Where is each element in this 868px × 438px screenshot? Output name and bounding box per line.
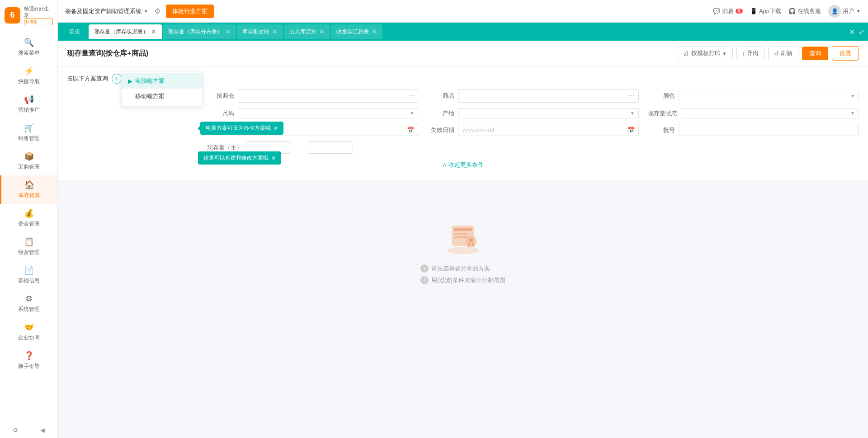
messages-item[interactable]: 💬 消息 6 bbox=[713, 7, 743, 15]
app-badge: 标准版 bbox=[24, 19, 53, 25]
sidebar-item-sales[interactable]: 🛒 销售管理 bbox=[0, 118, 57, 147]
print-btn[interactable]: 🖨 按模板打印 ▼ bbox=[678, 47, 733, 60]
sidebar-item-guide[interactable]: ❓ 新手引导 bbox=[0, 346, 57, 375]
label-stock-status: 现存量状态 bbox=[648, 109, 677, 118]
sidebar-item-basic[interactable]: 📄 基础信息 bbox=[0, 261, 57, 289]
purchase-icon: 📦 bbox=[24, 151, 34, 161]
scheme-item-mobile[interactable]: ▶ 移动端方案 bbox=[122, 89, 202, 104]
close-tab-batch-ledger[interactable]: ✕ bbox=[272, 28, 278, 35]
page-title: 现存量查询(按仓库+商品) bbox=[67, 49, 148, 58]
close-tab-inventory-dist[interactable]: ✕ bbox=[225, 28, 231, 35]
filter-row-stock-status: 现存量状态 ▼ bbox=[648, 108, 859, 118]
sidebar-item-search[interactable]: 🔍 搜索菜单 bbox=[0, 33, 57, 61]
basic-icon: 📄 bbox=[24, 265, 34, 275]
calendar-exp-icon[interactable]: 📅 bbox=[627, 127, 635, 133]
sidebar-item-system[interactable]: ⚙ 系统管理 bbox=[0, 289, 57, 318]
marketing-icon: 📢 bbox=[24, 94, 34, 104]
calendar-prod-icon[interactable]: 📅 bbox=[407, 127, 414, 133]
sidebar-label-basic: 基础信息 bbox=[18, 277, 40, 285]
close-tab-collect-summary[interactable]: ✕ bbox=[372, 28, 377, 35]
close-tooltip-pc-btn[interactable]: ✕ bbox=[274, 125, 278, 132]
tab-collect-summary[interactable]: 收发存汇总表 ✕ bbox=[331, 24, 382, 39]
label-size: 尺码 bbox=[207, 109, 234, 118]
system-title-selector[interactable]: 装备及固定资产辅助管理系统 ▼ bbox=[65, 7, 149, 15]
settings-bottom-icon[interactable]: ⚙ bbox=[13, 427, 18, 433]
scheme-pc-label: 电脑端方案 bbox=[135, 77, 165, 85]
label-stock-main: 现存量（主） bbox=[207, 144, 242, 152]
sidebar-label-operations: 经营管理 bbox=[18, 249, 40, 256]
sidebar-item-operations[interactable]: 📋 经营管理 bbox=[0, 232, 57, 261]
sidebar-item-enterprise[interactable]: 🤝 企业协同 bbox=[0, 318, 57, 346]
svg-point-0 bbox=[447, 247, 479, 254]
date-exp-start[interactable]: yyyy-mm-dd 📅 bbox=[458, 124, 638, 136]
settings-icon[interactable]: ⚙ bbox=[154, 7, 160, 15]
select-stock-status[interactable]: ▼ bbox=[681, 108, 859, 118]
sidebar-nav: 🔍 搜索菜单 ⚡ 快捷导航 📢 营销推广 🛒 销售管理 📦 采购管理 🏠 库存核… bbox=[0, 31, 57, 422]
dots-goods[interactable]: ··· bbox=[628, 92, 634, 100]
empty-state: 1 请先选择要分析的方案 2 用[过滤]条件来缩小分析范围 bbox=[58, 180, 868, 322]
sidebar-bottom: ⚙ ◀ bbox=[0, 422, 57, 438]
empty-text: 1 请先选择要分析的方案 2 用[过滤]条件来缩小分析范围 bbox=[420, 263, 505, 286]
scheme-mobile-label: 移动端方案 bbox=[135, 92, 165, 100]
search-btn[interactable]: 查询 bbox=[802, 47, 828, 60]
sidebar-item-quick-nav[interactable]: ⚡ 快捷导航 bbox=[0, 61, 57, 90]
online-service-item[interactable]: 🎧 在线客服 bbox=[788, 7, 821, 15]
tab-batch-ledger[interactable]: 库存批次账 ✕ bbox=[237, 24, 283, 39]
export-icon: ↑ bbox=[742, 50, 745, 57]
sidebar-item-marketing[interactable]: 📢 营销推广 bbox=[0, 90, 57, 118]
close-all-tabs-btn[interactable]: ✕ bbox=[849, 28, 855, 36]
label-color: 颜色 bbox=[648, 92, 675, 100]
close-tooltip-edit-btn[interactable]: ✕ bbox=[271, 155, 276, 161]
plus-icon: + bbox=[115, 75, 118, 82]
close-tab-in-out-flow[interactable]: ✕ bbox=[319, 28, 325, 35]
reset-btn[interactable]: 设置 bbox=[832, 46, 859, 61]
close-tab-inventory-status[interactable]: ✕ bbox=[151, 28, 156, 35]
filter-row-color: 颜色 ▼ bbox=[648, 89, 859, 103]
message-icon: 💬 bbox=[713, 8, 720, 14]
app-download-item[interactable]: 📱 App下载 bbox=[750, 7, 781, 15]
select-size[interactable]: ▼ bbox=[238, 108, 418, 118]
app-name: 畅通好好生意 bbox=[24, 5, 53, 19]
tab-home[interactable]: 首页 bbox=[61, 23, 88, 41]
refresh-btn[interactable]: ↺ 刷新 bbox=[768, 47, 798, 60]
step1-text: 请先选择要分析的方案 bbox=[431, 263, 490, 274]
main-area: 装备及固定资产辅助管理系统 ▼ ⚙ 体验行业方案 💬 消息 6 📱 App下载 … bbox=[58, 0, 868, 438]
quick-nav-icon: ⚡ bbox=[24, 66, 34, 76]
sales-icon: 🛒 bbox=[24, 123, 34, 133]
scheme-item-pc[interactable]: ▶ 电脑端方案 bbox=[122, 73, 202, 89]
select-warehouse[interactable]: ··· bbox=[238, 89, 418, 103]
label-batch: 批号 bbox=[648, 126, 675, 134]
sidebar-item-purchase[interactable]: 📦 采购管理 bbox=[0, 147, 57, 175]
sidebar: 6 畅通好好生意 标准版 🔍 搜索菜单 ⚡ 快捷导航 📢 营销推广 🛒 销售管理… bbox=[0, 0, 58, 438]
user-item[interactable]: 👤 用户 ▼ bbox=[828, 5, 861, 18]
add-scheme-btn[interactable]: + bbox=[112, 74, 122, 84]
select-goods[interactable]: ··· bbox=[458, 89, 638, 103]
chevron-print-icon: ▼ bbox=[722, 51, 727, 56]
input-stock-max[interactable] bbox=[308, 141, 353, 154]
topbar: 装备及固定资产辅助管理系统 ▼ ⚙ 体验行业方案 💬 消息 6 📱 App下载 … bbox=[58, 0, 868, 23]
input-batch[interactable] bbox=[679, 124, 859, 136]
messages-label: 消息 bbox=[722, 7, 734, 15]
expand-tabs-btn[interactable]: ⤢ bbox=[859, 28, 864, 36]
tab-inventory-status[interactable]: 现存量（库存状况表） ✕ bbox=[89, 24, 162, 39]
collapse-sidebar-icon[interactable]: ◀ bbox=[40, 427, 45, 433]
select-color[interactable]: ▼ bbox=[679, 91, 859, 101]
filter-row-goods: 商品 ··· bbox=[427, 89, 638, 103]
sidebar-item-inventory[interactable]: 🏠 库存核算 bbox=[0, 175, 57, 204]
sidebar-item-finance[interactable]: 💰 资金管理 bbox=[0, 204, 57, 232]
label-warehouse: 按照仓 bbox=[207, 92, 234, 100]
label-origin: 产地 bbox=[427, 109, 454, 118]
user-chevron-icon: ▼ bbox=[856, 9, 861, 14]
select-origin[interactable]: ▼ bbox=[458, 108, 638, 118]
export-btn[interactable]: ↑ 导出 bbox=[736, 47, 765, 60]
label-goods: 商品 bbox=[427, 92, 454, 100]
tab-in-out-flow[interactable]: 出入库流水 ✕ bbox=[284, 24, 330, 39]
dots-warehouse[interactable]: ··· bbox=[408, 92, 414, 100]
system-icon: ⚙ bbox=[25, 294, 33, 304]
industry-btn[interactable]: 体验行业方案 bbox=[166, 5, 214, 18]
avatar: 👤 bbox=[828, 5, 841, 18]
mobile-icon: 📱 bbox=[750, 8, 757, 14]
collapse-icon: ∧ bbox=[442, 161, 447, 168]
collapse-bar[interactable]: ∧ 收起更多条件 bbox=[67, 157, 859, 173]
tab-inventory-dist[interactable]: 现存量（库存分布表） ✕ bbox=[163, 24, 236, 39]
